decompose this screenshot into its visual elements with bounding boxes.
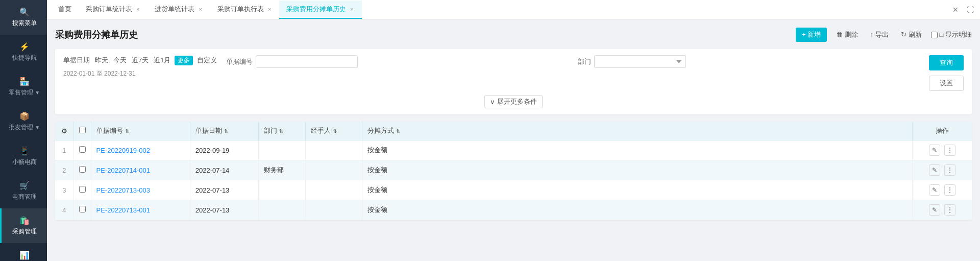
th-doc-date[interactable]: 单据日期 ⇅ bbox=[190, 122, 258, 140]
purchase-icon: 🛍️ bbox=[2, 216, 47, 225]
sidebar-item-retail[interactable]: 🏪 零售管理 ▼ bbox=[0, 69, 47, 104]
shortcut-1month[interactable]: 近1月 bbox=[153, 55, 172, 65]
sort-icon: ⇅ bbox=[333, 128, 337, 134]
th-doc-no[interactable]: 单据编号 ⇅ bbox=[91, 122, 190, 140]
delete-button[interactable]: 🗑 删除 bbox=[833, 28, 861, 41]
th-dept[interactable]: 部门 ⇅ bbox=[259, 122, 306, 140]
sort-handler[interactable]: 经手人 ⇅ bbox=[311, 126, 337, 135]
edit-icon[interactable]: ✎ bbox=[929, 145, 940, 156]
sidebar-item-shortcut[interactable]: ⚡ 快捷导航 bbox=[0, 35, 47, 69]
filter-actions: 查询 设置 bbox=[929, 55, 964, 91]
export-button[interactable]: ↑ 导出 bbox=[867, 28, 892, 41]
docno-input[interactable] bbox=[256, 55, 358, 68]
doc-no-link[interactable]: PE-20220713-001 bbox=[96, 206, 151, 214]
sidebar-item-inventory[interactable]: 📊 库存核算 bbox=[0, 243, 47, 261]
close-tab-purchase-exec[interactable]: × bbox=[267, 6, 272, 12]
tab-purchase-exec[interactable]: 采购订单执行表 × bbox=[210, 1, 279, 19]
sidebar-item-wholesale[interactable]: 📦 批发管理 ▼ bbox=[0, 104, 47, 139]
row-split-method: 按金额 bbox=[362, 140, 912, 160]
doc-no-link[interactable]: PE-20220714-001 bbox=[96, 167, 151, 174]
row-checkbox[interactable] bbox=[79, 206, 86, 212]
shortcut-7days[interactable]: 近7天 bbox=[131, 55, 150, 65]
row-checkbox[interactable] bbox=[79, 186, 86, 193]
row-checkbox[interactable] bbox=[79, 146, 86, 153]
row-num: 4 bbox=[55, 200, 74, 220]
table-row: 3 PE-20220713-003 2022-07-13 按金额 ✎ ⋮ bbox=[55, 180, 972, 200]
edit-icon[interactable]: ✎ bbox=[929, 204, 940, 216]
sidebar-item-ecommerce[interactable]: 🛒 电商管理 bbox=[0, 174, 47, 208]
th-checkbox[interactable] bbox=[74, 122, 91, 140]
sort-icon: ⇅ bbox=[279, 128, 283, 134]
row-checkbox-cell[interactable] bbox=[74, 160, 91, 180]
search-button[interactable]: 查询 bbox=[929, 55, 964, 70]
tab-bar-right: ✕ ⛶ bbox=[950, 4, 976, 16]
sidebar-item-miniapp[interactable]: 📱 小畅电商 bbox=[0, 139, 47, 174]
sort-doc-no[interactable]: 单据编号 ⇅ bbox=[96, 126, 129, 135]
shortcut-custom[interactable]: 自定义 bbox=[196, 55, 218, 65]
close-tab-purchase-stat[interactable]: × bbox=[135, 6, 140, 12]
row-checkbox-cell[interactable] bbox=[74, 180, 91, 200]
sort-doc-date[interactable]: 单据日期 ⇅ bbox=[195, 126, 228, 135]
close-tab-goods-stat[interactable]: × bbox=[198, 6, 203, 12]
row-dept bbox=[259, 140, 306, 160]
shortcut-today[interactable]: 今天 bbox=[112, 55, 128, 65]
more-ops-icon[interactable]: ⋮ bbox=[944, 184, 955, 196]
filter-grid: 单据日期 昨天 今天 近7天 近1月 更多 自定义 2022-01-01 至 2… bbox=[63, 55, 964, 91]
row-doc-no: PE-20220714-001 bbox=[91, 160, 190, 180]
sort-icon: ⇅ bbox=[125, 128, 129, 134]
sidebar-item-purchase[interactable]: 🛍️ 采购管理 bbox=[0, 208, 47, 243]
doc-no-link[interactable]: PE-20220713-003 bbox=[96, 186, 151, 194]
sidebar-item-search[interactable]: 🔍 搜索菜单 bbox=[0, 0, 47, 35]
sort-split-method[interactable]: 分摊方式 ⇅ bbox=[368, 126, 400, 135]
more-ops-icon[interactable]: ⋮ bbox=[944, 164, 955, 176]
tab-home[interactable]: 首页 bbox=[51, 1, 79, 19]
row-handler bbox=[306, 140, 362, 160]
close-all-tabs-icon[interactable]: ✕ bbox=[950, 4, 961, 16]
row-checkbox-cell[interactable] bbox=[74, 200, 91, 220]
doc-no-link[interactable]: PE-20220919-002 bbox=[96, 147, 151, 154]
row-split-method: 按金额 bbox=[362, 180, 912, 200]
delete-button-label: 🗑 删除 bbox=[836, 30, 858, 39]
tab-fee-split-label: 采购费用分摊单历史 bbox=[286, 5, 346, 14]
th-settings[interactable]: ⚙ bbox=[55, 122, 74, 140]
close-tab-fee-split[interactable]: × bbox=[349, 6, 354, 12]
row-checkbox[interactable] bbox=[79, 166, 86, 173]
select-all-checkbox[interactable] bbox=[79, 127, 86, 133]
add-button-label: + 新增 bbox=[802, 30, 821, 39]
add-button[interactable]: + 新增 bbox=[796, 28, 827, 42]
maximize-icon[interactable]: ⛶ bbox=[965, 4, 976, 16]
edit-icon[interactable]: ✎ bbox=[929, 164, 940, 176]
export-button-label: ↑ 导出 bbox=[870, 30, 889, 39]
refresh-button[interactable]: ↻ 刷新 bbox=[898, 28, 925, 41]
row-doc-date: 2022-07-14 bbox=[190, 160, 258, 180]
page-title: 采购费用分摊单历史 bbox=[55, 29, 138, 41]
row-checkbox-cell[interactable] bbox=[74, 140, 91, 160]
more-ops-icon[interactable]: ⋮ bbox=[944, 145, 955, 156]
row-doc-date: 2022-09-19 bbox=[190, 140, 258, 160]
th-handler[interactable]: 经手人 ⇅ bbox=[306, 122, 362, 140]
row-doc-no: PE-20220713-003 bbox=[91, 180, 190, 200]
table-body: 1 PE-20220919-002 2022-09-19 按金额 ✎ ⋮ 2 P… bbox=[55, 140, 972, 220]
dept-select[interactable]: 财务部 bbox=[594, 55, 686, 68]
row-dept: 财务部 bbox=[259, 160, 306, 180]
tab-goods-stat[interactable]: 进货单统计表 × bbox=[148, 1, 210, 19]
shortcut-yesterday[interactable]: 昨天 bbox=[94, 55, 109, 65]
tab-fee-split[interactable]: 采购费用分摊单历史 × bbox=[279, 1, 361, 19]
show-cols-button[interactable]: □ 显示明细 bbox=[931, 30, 972, 39]
sort-dept[interactable]: 部门 ⇅ bbox=[264, 126, 283, 135]
tab-purchase-stat[interactable]: 采购订单统计表 × bbox=[79, 1, 148, 19]
expand-more-button[interactable]: ∨ 展开更多条件 bbox=[484, 95, 543, 108]
retail-icon: 🏪 bbox=[2, 77, 47, 86]
sidebar-item-label: 小畅电商 bbox=[12, 158, 37, 165]
th-split-method[interactable]: 分摊方式 ⇅ bbox=[362, 122, 912, 140]
filter-settings-button[interactable]: 设置 bbox=[929, 76, 964, 91]
more-ops-icon[interactable]: ⋮ bbox=[944, 204, 955, 216]
filter-date-col: 单据日期 昨天 今天 近7天 近1月 更多 自定义 2022-01-01 至 2… bbox=[63, 55, 218, 78]
edit-icon[interactable]: ✎ bbox=[929, 184, 940, 196]
shortcut-more[interactable]: 更多 bbox=[175, 56, 193, 65]
show-cols-checkbox[interactable] bbox=[931, 32, 938, 38]
row-dept bbox=[259, 180, 306, 200]
main-area: 首页 采购订单统计表 × 进货单统计表 × 采购订单执行表 × 采购费用分摊单历… bbox=[47, 0, 980, 261]
sidebar-item-label: 电商管理 bbox=[12, 193, 37, 200]
sidebar-item-label: 零售管理 bbox=[9, 89, 33, 96]
